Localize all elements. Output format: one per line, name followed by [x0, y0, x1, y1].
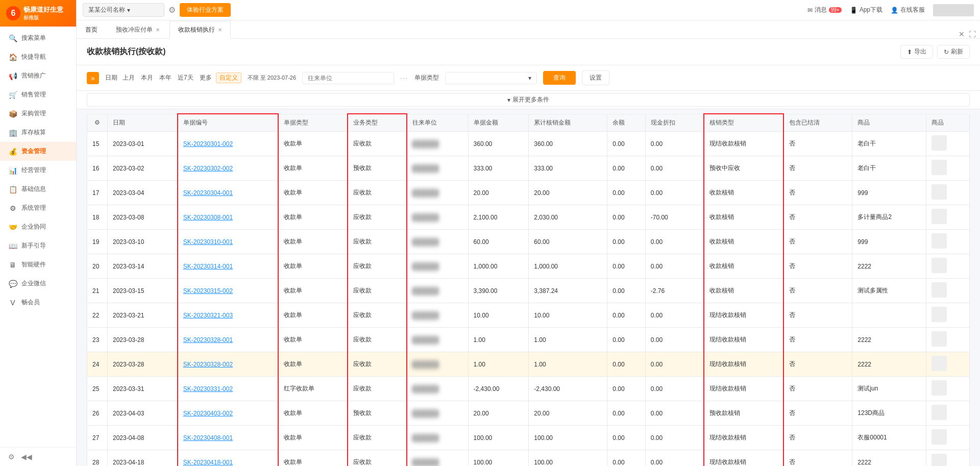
- table-row: 202023-03-14SK-20230314-001收款单应收款██████1…: [87, 254, 970, 279]
- table-cell[interactable]: SK-20230310-001: [178, 230, 279, 254]
- single-no-link[interactable]: SK-20230315-002: [183, 287, 233, 295]
- message-button[interactable]: ✉ 消息 99+: [807, 6, 842, 14]
- sidebar-item-collab[interactable]: 🤝 企业协同: [0, 217, 76, 236]
- sidebar-item-guide[interactable]: 📖 新手引导: [0, 236, 76, 255]
- sidebar-label-search: 搜索菜单: [21, 34, 46, 42]
- this-month-btn[interactable]: 本月: [139, 72, 155, 83]
- app-download-button[interactable]: 📱 App下载: [850, 6, 883, 14]
- expand-filter-button[interactable]: ▾ 展开更多条件: [87, 93, 970, 107]
- single-no-link[interactable]: SK-20230304-001: [183, 189, 233, 197]
- table-cell[interactable]: SK-20230331-002: [178, 377, 279, 401]
- last-7days-btn[interactable]: 近7天: [176, 72, 195, 83]
- single-no-link[interactable]: SK-20230314-001: [183, 263, 233, 270]
- custom-date-btn[interactable]: 自定义: [216, 72, 241, 83]
- sidebar-item-system[interactable]: ⚙ 系统管理: [0, 199, 76, 217]
- tab-close-all-icon[interactable]: ✕: [959, 30, 965, 38]
- tab-home[interactable]: 首页: [77, 21, 106, 38]
- table-cell[interactable]: SK-20230304-001: [178, 181, 279, 205]
- solution-button[interactable]: 体验行业方案: [180, 3, 231, 17]
- table-cell[interactable]: SK-20230302-002: [178, 156, 279, 181]
- single-no-link[interactable]: SK-20230310-001: [183, 238, 233, 246]
- app-edition: 标推版: [23, 14, 63, 21]
- table-cell[interactable]: SK-20230418-001: [178, 450, 279, 467]
- single-no-link[interactable]: SK-20230308-001: [183, 214, 233, 221]
- col-header-cumwrite: 累计核销金额: [529, 114, 607, 132]
- sales-icon: 🛒: [8, 91, 17, 99]
- sidebar-item-hardware[interactable]: 🖥 智能硬件: [0, 255, 76, 274]
- sidebar-item-marketing[interactable]: 📢 营销推广: [0, 66, 76, 85]
- finance-icon: 💰: [8, 148, 17, 156]
- single-no-link[interactable]: SK-20230408-001: [183, 434, 233, 442]
- tab-write-off[interactable]: 收款核销执行 ✕: [169, 21, 231, 39]
- tab-prepay-close[interactable]: ✕: [156, 27, 160, 33]
- receipt-type-select[interactable]: ▾: [445, 72, 537, 84]
- sidebar-item-search[interactable]: 🔍 搜索菜单: [0, 29, 76, 47]
- table-cell[interactable]: SK-20230314-001: [178, 254, 279, 279]
- table-cell: 0.00: [645, 328, 704, 352]
- table-cell: 0.00: [645, 426, 704, 450]
- collapse-icon[interactable]: ◀◀: [21, 453, 32, 461]
- sidebar-item-purchase[interactable]: 📦 采购管理: [0, 104, 76, 123]
- last-month-btn[interactable]: 上月: [120, 72, 137, 83]
- tab-prepay[interactable]: 预收冲应付单 ✕: [107, 21, 168, 38]
- setting-button[interactable]: 设置: [582, 70, 609, 85]
- table-cell: 2023-03-02: [108, 156, 178, 181]
- online-service-button[interactable]: 👤 在线客服: [891, 6, 925, 14]
- single-no-link[interactable]: SK-20230328-002: [183, 361, 233, 368]
- table-cell: 0.00: [607, 181, 645, 205]
- tab-write-off-close[interactable]: ✕: [218, 27, 222, 33]
- col-header-singleno: 单据编号: [178, 114, 279, 132]
- table-cell[interactable]: SK-20230408-001: [178, 426, 279, 450]
- table-cell: 否: [783, 303, 852, 328]
- table-cell: 收款单: [278, 181, 348, 205]
- sidebar-item-wxwork[interactable]: 💬 企业微信: [0, 274, 76, 293]
- sidebar-item-inventory[interactable]: 🏢 库存核算: [0, 123, 76, 142]
- table-cell[interactable]: SK-20230403-002: [178, 401, 279, 426]
- table-cell[interactable]: SK-20230328-002: [178, 352, 279, 377]
- single-no-link[interactable]: SK-20230403-002: [183, 410, 233, 417]
- export-button[interactable]: ⬆ 导出: [900, 45, 933, 59]
- table-cell: 100.00: [468, 426, 529, 450]
- filter-toggle-button[interactable]: »: [87, 72, 99, 84]
- table-cell[interactable]: SK-20230301-002: [178, 132, 279, 156]
- sidebar-item-operations[interactable]: 📊 经营管理: [0, 161, 76, 180]
- sidebar-label-member: 畅会员: [21, 298, 40, 307]
- filter-bar: » 日期 上月 本月 本年 近7天 更多 自定义 不限 至 2023-07-26…: [77, 65, 980, 91]
- table-cell[interactable]: SK-20230315-002: [178, 279, 279, 303]
- partner-input[interactable]: [302, 72, 394, 84]
- refresh-button[interactable]: ↻ 刷新: [937, 45, 970, 59]
- settings-icon-topbar[interactable]: ⚙: [168, 5, 176, 15]
- table-cell[interactable]: SK-20230321-003: [178, 303, 279, 328]
- page-title: 收款核销执行(按收款): [87, 46, 166, 57]
- this-year-btn[interactable]: 本年: [157, 72, 174, 83]
- table-cell: 应收款: [348, 352, 407, 377]
- sidebar: 6 畅康道好生意 标推版 🔍 搜索菜单 🏠 快捷导航 📢 营销推广 🛒 销售管理…: [0, 0, 77, 466]
- sidebar-item-sales[interactable]: 🛒 销售管理: [0, 85, 76, 104]
- sidebar-item-shortcuts[interactable]: 🏠 快捷导航: [0, 47, 76, 66]
- table-cell: 0.00: [607, 230, 645, 254]
- table-cell[interactable]: SK-20230328-001: [178, 328, 279, 352]
- settings-icon[interactable]: ⚙: [8, 453, 15, 461]
- single-no-link[interactable]: SK-20230301-002: [183, 140, 233, 148]
- single-no-link[interactable]: SK-20230328-001: [183, 336, 233, 344]
- table-cell[interactable]: SK-20230308-001: [178, 205, 279, 230]
- table-cell: 应收款: [348, 279, 407, 303]
- table-cell: ██████: [407, 328, 468, 352]
- logo-icon: 6: [6, 6, 20, 20]
- single-no-link[interactable]: SK-20230321-003: [183, 312, 233, 319]
- query-button[interactable]: 查询: [543, 71, 576, 85]
- tab-expand-icon[interactable]: ⛶: [969, 30, 976, 38]
- sidebar-item-basics[interactable]: 📋 基础信息: [0, 180, 76, 199]
- single-no-link[interactable]: SK-20230418-001: [183, 459, 233, 466]
- sidebar-item-member[interactable]: V 畅会员: [0, 293, 76, 312]
- table-cell: 0.00: [645, 181, 704, 205]
- sidebar-item-finance[interactable]: 💰 资金管理: [0, 142, 76, 161]
- sidebar-label-sales: 销售管理: [21, 90, 46, 99]
- single-no-link[interactable]: SK-20230302-002: [183, 165, 233, 172]
- col-header-settings[interactable]: ⚙: [87, 114, 108, 132]
- table-cell: -2,430.00: [468, 377, 529, 401]
- single-no-link[interactable]: SK-20230331-002: [183, 385, 233, 393]
- sidebar-label-purchase: 采购管理: [21, 109, 46, 118]
- company-selector[interactable]: 某某公司名称 ▾: [83, 3, 164, 17]
- more-date-btn[interactable]: 更多: [198, 72, 214, 83]
